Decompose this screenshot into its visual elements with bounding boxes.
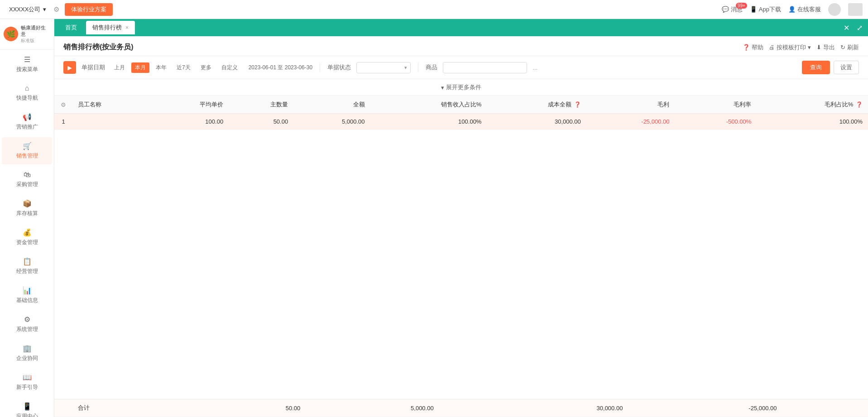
date-opt-cur-month[interactable]: 本月: [131, 62, 149, 73]
sidebar-label-purchase: 采购管理: [16, 181, 38, 188]
gross-pct-help-icon[interactable]: ❓: [856, 101, 863, 108]
tab-close-btn[interactable]: ×: [125, 24, 129, 31]
sidebar-item-system[interactable]: ⚙ 系统管理: [2, 311, 52, 338]
page-header: 销售排行榜(按业务员) ❓ 帮助 🖨 按模板打印 ▾ ⬇ 导出: [54, 36, 868, 56]
top-right-area: 💬 消息 99+ 📱 App下载 👤 在线客服: [722, 3, 863, 16]
sidebar-item-marketing[interactable]: 📢 营销推广: [2, 108, 52, 135]
sidebar-label-base-info: 基础信息: [16, 297, 38, 304]
tab-bar-right: ✕ ⤢: [842, 22, 864, 34]
print-label: 按模板打印: [777, 43, 806, 52]
sidebar-item-enterprise[interactable]: 🏢 企业协同: [2, 340, 52, 367]
date-range-display: 2023-06-01 至 2023-06-30: [249, 64, 312, 72]
sidebar-item-sales[interactable]: 🛒 销售管理: [2, 137, 52, 164]
footer-sales-pct: [439, 399, 482, 417]
date-filter-label: 单据日期: [82, 63, 105, 72]
th-cost: 成本全额 ❓: [487, 96, 586, 114]
trial-btn[interactable]: 体验行业方案: [65, 3, 113, 16]
refresh-btn[interactable]: ↻ 刷新: [840, 43, 859, 52]
status-select[interactable]: [356, 62, 411, 73]
more-options-btn[interactable]: ...: [532, 64, 537, 71]
settings-icon[interactable]: ⚙: [53, 5, 59, 14]
sidebar-item-app-center[interactable]: 📱 应用中心: [2, 398, 52, 417]
footer-gross-rate: [782, 399, 825, 417]
td-qty: 50.00: [229, 114, 293, 130]
sidebar-label-enterprise: 企业协同: [16, 355, 38, 362]
status-select-wrapper: [356, 62, 411, 73]
app-download-label: App下载: [759, 5, 781, 14]
td-name: [72, 114, 151, 130]
base-info-icon: 📊: [23, 286, 32, 295]
refresh-icon: ↻: [840, 44, 845, 51]
sidebar-item-quick-nav[interactable]: ⌂ 快捷导航: [2, 80, 52, 106]
export-btn[interactable]: ⬇ 导出: [816, 43, 835, 52]
td-avg-price: 100.00: [151, 114, 229, 130]
sidebar-item-operations[interactable]: 📋 经营管理: [2, 253, 52, 280]
date-opt-prev-month[interactable]: 上月: [110, 62, 129, 73]
date-opt-more[interactable]: 更多: [197, 62, 215, 73]
window-maximize-icon[interactable]: ⤢: [855, 22, 864, 34]
message-btn[interactable]: 💬 消息 99+: [722, 5, 743, 14]
expand-more-btn[interactable]: ▾ 展开更多条件: [436, 82, 486, 93]
help-btn[interactable]: ❓ 帮助: [743, 43, 763, 52]
query-btn[interactable]: 查询: [802, 61, 830, 74]
help-label: 帮助: [752, 43, 763, 52]
inventory-icon: 📦: [23, 199, 32, 208]
date-opt-custom[interactable]: 自定义: [218, 62, 241, 73]
online-service-label: 在线客服: [797, 5, 821, 14]
avatar[interactable]: [828, 3, 841, 16]
online-service-btn[interactable]: 👤 在线客服: [788, 5, 821, 14]
date-opt-last7[interactable]: 近7天: [173, 62, 194, 73]
sidebar-item-guide[interactable]: 📖 新手引导: [2, 369, 52, 396]
sidebar-item-base-info[interactable]: 📊 基础信息: [2, 282, 52, 309]
page-actions: ❓ 帮助 🖨 按模板打印 ▾ ⬇ 导出 ↻ 刷新: [743, 43, 859, 52]
filter-separator-1: [320, 63, 320, 72]
logo-text-area: 畅康通好生意 标准版: [21, 24, 50, 44]
table-settings-btn[interactable]: 设置: [834, 61, 859, 74]
app-download-btn[interactable]: 📱 App下载: [750, 5, 781, 14]
window-close-icon[interactable]: ✕: [842, 22, 851, 34]
tab-label: 销售排行榜: [92, 24, 122, 32]
filter-bar: ▶ 单据日期 上月 本月 本年 近7天 更多 自定义 2023-06-01 至 …: [54, 56, 868, 79]
product-input[interactable]: [447, 64, 523, 71]
footer-qty: 50.00: [205, 399, 306, 417]
td-gross: -25,000.00: [586, 114, 675, 130]
user-name-area[interactable]: [848, 3, 863, 16]
sidebar-logo: 🌿 畅康通好生意 标准版: [0, 19, 54, 50]
date-opt-cur-year[interactable]: 本年: [152, 62, 170, 73]
export-label: 导出: [823, 43, 835, 52]
tab-sales-ranking[interactable]: 销售排行榜 ×: [86, 21, 135, 34]
product-filter-label: 商品: [426, 63, 437, 72]
footer-total: 合计 50.00 5,000.00 30,000.00 -25,000.00: [54, 399, 868, 417]
sidebar-label-operations: 经营管理: [16, 268, 38, 275]
sales-icon: 🛒: [23, 142, 32, 150]
print-btn[interactable]: 🖨 按模板打印 ▾: [769, 43, 811, 52]
th-gross-rate: 毛利率: [675, 96, 757, 114]
col-settings-icon[interactable]: ⚙: [61, 101, 66, 108]
company-selector[interactable]: XXXXX公司 ▾: [5, 4, 50, 15]
purchase-icon: 🛍: [24, 171, 31, 179]
sidebar-item-purchase[interactable]: 🛍 采购管理: [2, 166, 52, 193]
th-gross: 毛利: [586, 96, 675, 114]
main-table: ⚙ 员工名称 平均单价 主数量 全额 销售收入占比% 成本全额 ❓ 毛利: [54, 96, 868, 130]
main-layout: 🌿 畅康通好生意 标准版 ☰ 搜索菜单 ⌂ 快捷导航 📢 营销推广 🛒 销售管理…: [0, 19, 868, 417]
top-bar: XXXXX公司 ▾ ⚙ 体验行业方案 💬 消息 99+ 📱 App下载 👤 在线…: [0, 0, 868, 19]
td-gross-rate: -500.00%: [675, 114, 757, 130]
tab-home[interactable]: 首页: [58, 20, 84, 35]
content-area: 首页 销售排行榜 × ✕ ⤢ 销售排行榜(按业务员) ❓ 帮助: [54, 19, 868, 417]
guide-icon: 📖: [23, 373, 32, 382]
cost-help-icon[interactable]: ❓: [574, 101, 581, 108]
filter-expand-icon[interactable]: ▶: [63, 61, 76, 74]
sidebar-item-search-order[interactable]: ☰ 搜索菜单: [2, 51, 52, 78]
expand-bar: ▾ 展开更多条件: [54, 79, 868, 96]
sidebar-label-app-center: 应用中心: [16, 412, 38, 417]
finance-icon: 💰: [23, 228, 32, 237]
td-gross-pct: 100.00%: [757, 114, 868, 130]
sidebar-item-inventory[interactable]: 📦 库存核算: [2, 195, 52, 222]
th-name: 员工名称: [72, 96, 151, 114]
expand-down-icon: ▾: [441, 84, 444, 91]
print-chevron-icon: ▾: [808, 44, 811, 51]
product-input-wrapper: [443, 62, 527, 73]
sidebar-label-sales: 销售管理: [16, 152, 38, 160]
th-avg-price: 平均单价: [151, 96, 229, 114]
sidebar-item-finance[interactable]: 💰 资金管理: [2, 224, 52, 251]
